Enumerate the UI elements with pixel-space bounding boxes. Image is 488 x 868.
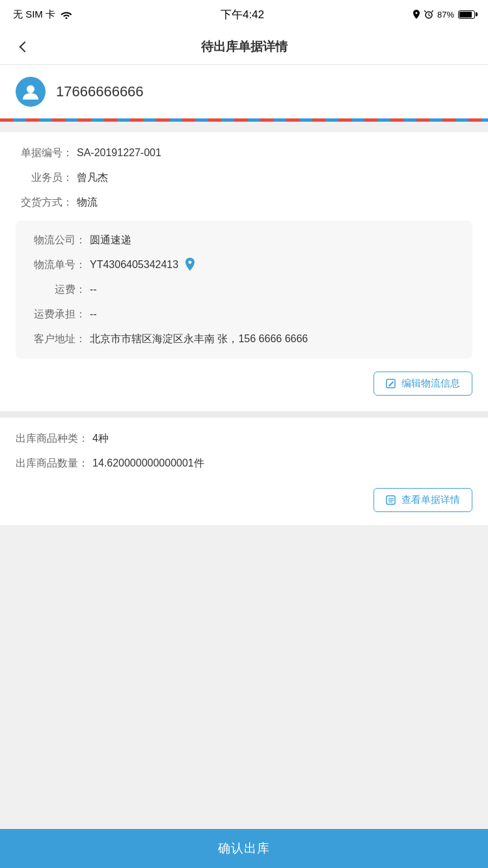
address-value: 北京市市辖区海淀区永丰南 张，156 6666 6666 — [90, 331, 459, 347]
edit-btn-row: 编辑物流信息 — [16, 364, 472, 398]
salesman-row: 业务员： 曾凡杰 — [16, 170, 472, 185]
location-status-icon — [413, 10, 420, 19]
delivery-label: 交货方式： — [16, 195, 73, 210]
edit-logistics-button[interactable]: 编辑物流信息 — [373, 372, 472, 396]
order-info-section: 单据编号： SA-20191227-001 业务员： 曾凡杰 交货方式： 物流 … — [0, 132, 488, 411]
goods-types-label: 出库商品种类： — [16, 431, 88, 446]
status-bar: 无 SIM 卡 下午4:42 87% — [0, 0, 488, 29]
order-number-row: 单据编号： SA-20191227-001 — [16, 145, 472, 161]
freight-value: -- — [90, 282, 459, 297]
logistics-company-row: 物流公司： 圆通速递 — [29, 232, 459, 248]
nav-bar: 待出库单据详情 — [0, 29, 488, 65]
salesman-label: 业务员： — [16, 170, 73, 185]
logistics-tracking-row: 物流单号： YT4306405342413 — [29, 257, 459, 273]
freight-row: 运费： -- — [29, 282, 459, 297]
section-divider — [0, 411, 488, 418]
battery-icon — [458, 10, 475, 19]
logistics-company-value: 圆通速递 — [90, 232, 459, 248]
sim-status: 无 SIM 卡 — [13, 8, 55, 21]
freight-label: 运费： — [29, 282, 86, 297]
status-left: 无 SIM 卡 — [13, 8, 72, 21]
goods-quantity-row: 出库商品数量： 14.620000000000001件 — [16, 455, 472, 471]
edit-icon — [386, 379, 396, 389]
freight-bear-label: 运费承担： — [29, 306, 86, 322]
delivery-value: 物流 — [77, 195, 472, 210]
list-icon — [386, 495, 396, 506]
battery-percent: 87% — [437, 10, 454, 20]
wifi-icon — [61, 10, 72, 19]
delivery-row: 交货方式： 物流 — [16, 195, 472, 210]
logistics-company-label: 物流公司： — [29, 232, 86, 248]
logistics-tracking-value: YT4306405342413 — [90, 257, 459, 273]
logistics-tracking-label: 物流单号： — [29, 257, 86, 273]
tracking-location-icon[interactable] — [183, 258, 197, 272]
salesman-value: 曾凡杰 — [77, 170, 472, 185]
user-section: 17666666666 — [0, 65, 488, 118]
status-right: 87% — [413, 10, 475, 20]
goods-quantity-value: 14.620000000000001件 — [92, 455, 472, 471]
dashed-divider — [0, 118, 488, 122]
address-row: 客户地址： 北京市市辖区海淀区永丰南 张，156 6666 6666 — [29, 331, 459, 347]
alarm-icon — [424, 10, 433, 19]
status-time: 下午4:42 — [221, 7, 264, 22]
user-icon — [21, 82, 40, 102]
confirm-button[interactable]: 确认出库 — [0, 829, 488, 868]
logistics-box: 物流公司： 圆通速递 物流单号： YT4306405342413 运费： -- — [16, 221, 472, 359]
svg-point-1 — [27, 85, 34, 93]
goods-types-value: 4种 — [92, 431, 472, 446]
goods-section: 出库商品种类： 4种 出库商品数量： 14.620000000000001件 查… — [0, 418, 488, 525]
bottom-spacer — [0, 525, 488, 829]
detail-btn-row: 查看单据详情 — [16, 480, 472, 515]
freight-bear-row: 运费承担： -- — [29, 306, 459, 322]
page-title: 待出库单据详情 — [201, 38, 288, 55]
avatar — [16, 77, 46, 107]
back-button[interactable] — [13, 35, 36, 59]
goods-quantity-label: 出库商品数量： — [16, 455, 88, 471]
user-phone: 17666666666 — [56, 83, 144, 100]
freight-bear-value: -- — [90, 306, 459, 322]
order-number-value: SA-20191227-001 — [77, 145, 472, 161]
goods-types-row: 出库商品种类： 4种 — [16, 431, 472, 446]
back-chevron-icon — [20, 41, 31, 52]
order-number-label: 单据编号： — [16, 145, 73, 161]
address-label: 客户地址： — [29, 331, 86, 347]
view-detail-button[interactable]: 查看单据详情 — [373, 488, 472, 512]
